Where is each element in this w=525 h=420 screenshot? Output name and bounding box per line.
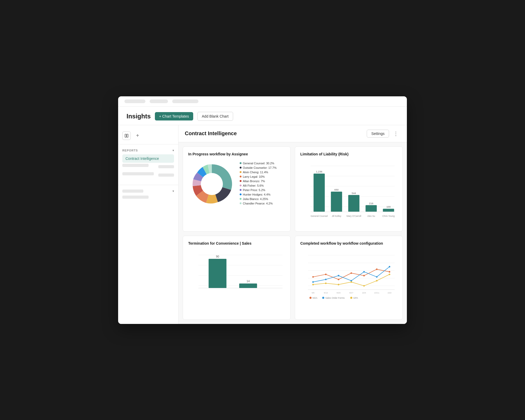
line-chart-container: 9/6 9/13 9/20 9/27 10/4 10/11 10/2 NDA xyxy=(300,250,397,303)
svg-text:Alex Su: Alex Su xyxy=(367,215,375,217)
sidebar-collapse-button[interactable] xyxy=(122,132,131,140)
bar-chart-container: 1,236 General Counsel 650 Jill Kelley 54… xyxy=(300,160,397,226)
svg-point-57 xyxy=(376,280,377,281)
svg-text:9/20: 9/20 xyxy=(337,291,340,294)
svg-rect-8 xyxy=(313,174,325,212)
legend-label-7: Hunter Hodges: 4.4% xyxy=(243,193,270,196)
svg-point-52 xyxy=(312,284,314,285)
top-nav xyxy=(118,96,407,107)
svg-text:NDA: NDA xyxy=(313,297,318,299)
svg-point-55 xyxy=(350,281,352,283)
chart-templates-button[interactable]: + Chart Templates xyxy=(155,112,193,120)
svg-text:1,236: 1,236 xyxy=(316,170,322,173)
svg-text:9/27: 9/27 xyxy=(349,291,353,294)
svg-rect-1 xyxy=(127,134,128,137)
svg-point-38 xyxy=(312,276,314,277)
svg-text:100: 100 xyxy=(386,205,391,208)
chart-card-completed-workflow: Completed workflow by workflow configura… xyxy=(295,236,403,320)
svg-point-46 xyxy=(325,279,327,280)
charts-grid: In Progress workflow by Assignee xyxy=(178,142,407,324)
svg-point-47 xyxy=(338,275,339,276)
svg-text:Mary O'Carroll: Mary O'Carroll xyxy=(346,215,361,217)
legend-item-1: Outside Counselor: 17.7% xyxy=(240,166,276,169)
sidebar-top: + xyxy=(118,129,178,144)
sidebar-row-2 xyxy=(122,172,174,178)
legend-item-4: Allan Bronzo: 7% xyxy=(240,180,276,183)
svg-text:General Counsel: General Counsel xyxy=(311,215,328,217)
legend-label-9: Chandler Pearce: 4.2% xyxy=(243,202,273,205)
svg-text:9/6: 9/6 xyxy=(312,291,314,294)
reports-section-label: REPORTS xyxy=(122,149,138,152)
content-area: Contract Intelligence Settings ⋮ In Prog… xyxy=(178,125,407,324)
sidebar-placeholder-sm-2 xyxy=(158,174,174,177)
svg-text:Sales Order Forms: Sales Order Forms xyxy=(325,297,345,299)
content-actions: Settings ⋮ xyxy=(367,129,401,138)
donut-legend: General Counsel: 30.2% Outside Counselor… xyxy=(240,162,276,206)
nav-pill-3 xyxy=(172,99,198,103)
legend-label-8: Julia Blanco: 4.25% xyxy=(243,197,268,201)
content-header: Contract Intelligence Settings ⋮ xyxy=(178,125,407,142)
section-2-chevron-icon[interactable]: ▾ xyxy=(172,189,174,193)
page-header: Insights + Chart Templates Add Blank Cha… xyxy=(118,107,407,125)
chart4-title: Completed workflow by workflow configura… xyxy=(300,241,397,245)
sidebar-placeholder-1 xyxy=(122,164,149,167)
nav-pill-2 xyxy=(150,99,168,103)
svg-text:10/11: 10/11 xyxy=(374,291,379,294)
svg-point-49 xyxy=(363,271,365,272)
svg-text:GPA: GPA xyxy=(353,297,358,299)
app-window: Insights + Chart Templates Add Blank Cha… xyxy=(118,96,407,324)
page-title: Insights xyxy=(127,113,151,120)
chart-card-liability: Limitation of Liability (Risk) 1,236 xyxy=(295,146,403,232)
settings-button[interactable]: Settings xyxy=(367,130,389,138)
svg-text:544: 544 xyxy=(352,191,356,194)
sidebar: + REPORTS ▾ Contract Intelligence xyxy=(118,125,178,324)
svg-text:14: 14 xyxy=(246,280,250,283)
legend-item-9: Chandler Pearce: 4.2% xyxy=(240,202,276,205)
reports-chevron-icon[interactable]: ▾ xyxy=(172,149,174,152)
bar-chart-3-container: 90 14 xyxy=(188,250,285,302)
sidebar-placeholder-4 xyxy=(122,196,149,199)
svg-point-2 xyxy=(201,173,223,195)
svg-point-53 xyxy=(325,282,327,284)
svg-text:10/2: 10/2 xyxy=(387,291,391,294)
donut-chart-container: General Counsel: 30.2% Outside Counselor… xyxy=(188,160,285,208)
legend-item-3: Larry Legal: 10% xyxy=(240,175,276,178)
bar-chart-3-svg: 90 14 xyxy=(188,252,285,299)
chart1-title: In Progress workflow by Assignee xyxy=(188,152,285,156)
nav-pill-1 xyxy=(124,99,145,103)
sidebar-reports-section: REPORTS ▾ Contract Intelligence xyxy=(118,144,178,183)
legend-dot-4 xyxy=(240,180,242,182)
chart3-title: Termination for Convenience | Sales xyxy=(188,241,285,245)
sidebar-item-contract-intelligence[interactable]: Contract Intelligence xyxy=(122,154,174,163)
sidebar-placeholder-sm-1 xyxy=(158,165,174,168)
legend-dot-7 xyxy=(240,193,242,195)
svg-rect-11 xyxy=(331,192,342,212)
svg-point-43 xyxy=(376,268,377,270)
legend-dot-9 xyxy=(240,202,242,204)
legend-label-6: Peter Price: 5.2% xyxy=(243,188,265,192)
svg-text:650: 650 xyxy=(334,188,339,191)
svg-point-67 xyxy=(309,297,312,299)
svg-point-40 xyxy=(338,279,339,280)
svg-text:Chris Young: Chris Young xyxy=(382,215,395,217)
legend-dot-3 xyxy=(240,176,242,177)
line-chart-svg: 9/6 9/13 9/20 9/27 10/4 10/11 10/2 NDA xyxy=(300,251,397,301)
add-blank-chart-button[interactable]: Add Blank Chart xyxy=(197,112,233,121)
svg-point-45 xyxy=(312,281,314,283)
svg-rect-20 xyxy=(383,209,394,212)
more-options-button[interactable]: ⋮ xyxy=(391,129,401,138)
svg-rect-30 xyxy=(239,284,257,288)
legend-dot-0 xyxy=(240,162,242,164)
svg-text:10/4: 10/4 xyxy=(362,291,366,294)
legend-label-5: Alli Fisher: 5.6% xyxy=(243,184,264,187)
svg-point-39 xyxy=(325,274,327,275)
sidebar-add-button[interactable]: + xyxy=(134,132,141,139)
legend-item-0: General Counsel: 30.2% xyxy=(240,162,276,165)
svg-text:216: 216 xyxy=(369,202,373,204)
legend-label-4: Allan Bronzo: 7% xyxy=(243,180,265,183)
svg-rect-0 xyxy=(125,134,126,137)
legend-label-0: General Counsel: 30.2% xyxy=(243,162,274,165)
svg-point-58 xyxy=(389,274,390,275)
legend-item-7: Hunter Hodges: 4.4% xyxy=(240,193,276,196)
legend-dot-2 xyxy=(240,171,242,173)
